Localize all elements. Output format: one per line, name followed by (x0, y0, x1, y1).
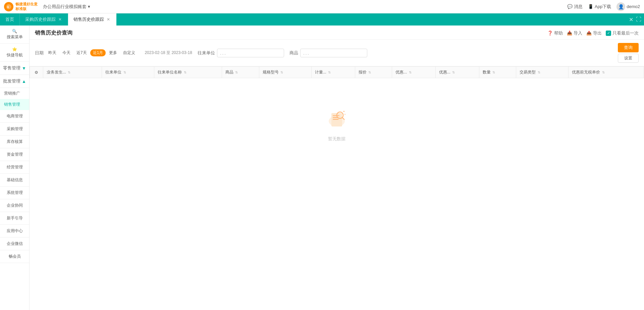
button-area: 查询 设置 (618, 43, 639, 63)
sidebar-item-inventory[interactable]: 库存核算 (0, 136, 29, 148)
table-col-trade-type[interactable]: 交易类型 ⇅ (516, 67, 569, 78)
sort-icon: ⇅ (409, 70, 412, 74)
table-col-pre-tax-price[interactable]: 优惠前无税单价 ⇅ (569, 67, 644, 78)
logo-text: 畅捷通好生意 标准版 (15, 2, 38, 11)
table-col-product[interactable]: 商品 ⇅ (222, 67, 259, 78)
page-inner: 销售历史价查询 ❓ 帮助 📥 导入 📤 导出 (30, 25, 644, 310)
sidebar-item-finance[interactable]: 资金管理 (0, 148, 29, 161)
sort-icon: ⇅ (184, 70, 186, 74)
search-button[interactable]: 查询 (618, 43, 639, 52)
export-icon: 📤 (586, 31, 592, 36)
tab-sales-history[interactable]: 销售历史价跟踪 ✕ (68, 13, 116, 25)
svg-text:✦: ✦ (343, 110, 345, 113)
tab-bar: 首页 采购历史价跟踪 ✕ 销售历史价跟踪 ✕ ✕ ⛶ (0, 13, 644, 25)
sort-icon: ⇅ (538, 70, 540, 74)
download-label: App下载 (595, 4, 611, 10)
sidebar-item-retail[interactable]: 零售管理 ▼ (0, 62, 29, 75)
empty-state: ✦ ✦ 暂无数据 (30, 78, 644, 169)
sort-icon: ⇅ (68, 70, 70, 74)
export-button[interactable]: 📤 导出 (586, 30, 602, 36)
filter-bar: 日期 昨天 今天 近7天 近1月 更多 自定义 2023-02-18 至 202… (30, 40, 644, 66)
sidebar-basic-info-label: 基础信息 (7, 177, 23, 183)
tab-purchase-close-icon[interactable]: ✕ (58, 17, 62, 22)
tab-home-label: 首页 (5, 16, 14, 22)
tab-sales-close-icon[interactable]: ✕ (106, 17, 111, 22)
svg-rect-4 (333, 115, 339, 116)
sidebar-finance-label: 资金管理 (7, 152, 23, 157)
sidebar-item-guide[interactable]: 新手引导 (0, 212, 29, 225)
sidebar-ecommerce-label: 电商管理 (7, 113, 23, 119)
sidebar: 🔍 搜索菜单 ⭐ 快捷导航 零售管理 ▼ 批发管理 ▲ 营销推广 销售管理 电商… (0, 25, 30, 310)
sidebar-member-label: 畅会员 (9, 254, 21, 259)
only-last-checkbox[interactable]: 只看最后一次 (606, 30, 639, 36)
date-btn-today[interactable]: 今天 (60, 49, 73, 56)
page-header-actions: ❓ 帮助 📥 导入 📤 导出 只看最后一次 (547, 30, 639, 36)
sidebar-sub-sales-mgmt[interactable]: 销售管理 (0, 99, 29, 110)
sidebar-item-wholesale[interactable]: 批发管理 ▲ (0, 75, 29, 88)
sidebar-sales-mgmt-label: 销售管理 (4, 102, 20, 107)
username-label: demo2 (627, 4, 640, 9)
partner-input[interactable]: ... (217, 49, 284, 57)
user-menu[interactable]: 👤 demo2 (616, 2, 640, 11)
table-col-unit[interactable]: 计量... ⇅ (311, 67, 355, 78)
download-icon: 📱 (588, 4, 593, 9)
sidebar-item-wechat[interactable]: 企业微信 (0, 238, 29, 250)
table-col-settings[interactable]: ⚙ (30, 67, 43, 78)
sidebar-item-app-center[interactable]: 应用中心 (0, 225, 29, 238)
avatar: 👤 (616, 2, 625, 11)
tab-sales-label: 销售历史价跟踪 (73, 16, 104, 22)
top-bar-right: 💬 消息 📱 App下载 👤 demo2 (567, 2, 640, 11)
sidebar-item-basic-info[interactable]: 基础信息 (0, 174, 29, 187)
sidebar-item-operations[interactable]: 经营管理 (0, 161, 29, 174)
table-col-partner-code[interactable]: 往来单位 ⇅ (102, 67, 154, 78)
table-col-discount2[interactable]: 优惠... ⇅ (435, 67, 479, 78)
table-col-discount1[interactable]: 优惠... ⇅ (392, 67, 436, 78)
import-icon: 📥 (567, 31, 572, 36)
sidebar-item-member[interactable]: 畅会员 (0, 250, 29, 263)
settings-button[interactable]: 设置 (618, 54, 639, 63)
sidebar-item-ecommerce[interactable]: 电商管理 (0, 110, 29, 123)
sort-icon: ⇅ (368, 70, 371, 74)
date-filter-group: 日期 昨天 今天 近7天 近1月 更多 自定义 (35, 49, 138, 56)
table-col-quantity[interactable]: 数量 ⇅ (479, 67, 516, 78)
app-download-button[interactable]: 📱 App下载 (588, 4, 611, 10)
app-selector[interactable]: 办公用品行业模拟账套 ▾ (40, 3, 93, 10)
partner-input-dots: ... (220, 50, 226, 56)
tab-close-all-icon[interactable]: ✕ (629, 16, 633, 23)
help-button[interactable]: ❓ 帮助 (547, 30, 563, 36)
table-container: ⚙ 业务发生... ⇅ 往来单位 ⇅ 往来单位名称 (30, 66, 644, 310)
tab-fullscreen-icon[interactable]: ⛶ (636, 16, 641, 22)
table-col-spec[interactable]: 规格型号 ⇅ (259, 67, 311, 78)
chevron-up-icon: ▲ (22, 79, 26, 84)
tab-home[interactable]: 首页 (0, 13, 20, 25)
sidebar-item-search[interactable]: 🔍 搜索菜单 (0, 25, 29, 44)
table-col-quote[interactable]: 报价 ⇅ (355, 67, 392, 78)
search-icon: 🔍 (12, 29, 17, 34)
sidebar-sub-marketing[interactable]: 营销推广 (0, 88, 29, 99)
tab-bar-actions: ✕ ⛶ (626, 13, 644, 25)
content-area: 销售历史价查询 ❓ 帮助 📥 导入 📤 导出 (30, 25, 644, 310)
sidebar-item-enterprise[interactable]: 企业协同 (0, 199, 29, 212)
date-buttons: 昨天 今天 近7天 近1月 更多 自定义 (46, 49, 138, 56)
date-btn-yesterday[interactable]: 昨天 (46, 49, 59, 56)
date-btn-1month[interactable]: 近1月 (90, 49, 106, 56)
message-button[interactable]: 💬 消息 (567, 4, 583, 10)
tab-purchase-history[interactable]: 采购历史价跟踪 ✕ (20, 13, 68, 25)
date-btn-7days[interactable]: 近7天 (74, 49, 90, 56)
date-range-group: 2023-02-18 至 2023-03-18 (143, 50, 192, 56)
sidebar-inventory-label: 库存核算 (7, 139, 23, 145)
product-input[interactable]: ... (300, 49, 367, 57)
date-btn-custom[interactable]: 自定义 (120, 49, 138, 56)
sidebar-wechat-label: 企业微信 (7, 241, 23, 247)
dropdown-arrow-icon: ▾ (88, 4, 90, 9)
sidebar-item-purchase[interactable]: 采购管理 (0, 123, 29, 136)
tab-purchase-label: 采购历史价跟踪 (25, 16, 56, 22)
import-button[interactable]: 📥 导入 (567, 30, 582, 36)
top-bar: 6 畅捷通好生意 标准版 办公用品行业模拟账套 ▾ 💬 消息 📱 App下载 👤… (0, 0, 644, 13)
date-btn-more[interactable]: 更多 (106, 49, 120, 56)
table-col-partner-name[interactable]: 往来单位名称 ⇅ (154, 67, 222, 78)
sidebar-item-system[interactable]: 系统管理 (0, 187, 29, 199)
table-col-biz-date[interactable]: 业务发生... ⇅ (43, 67, 102, 78)
sidebar-item-quick-nav[interactable]: ⭐ 快捷导航 (0, 44, 29, 62)
chevron-down-icon: ▼ (22, 66, 26, 71)
